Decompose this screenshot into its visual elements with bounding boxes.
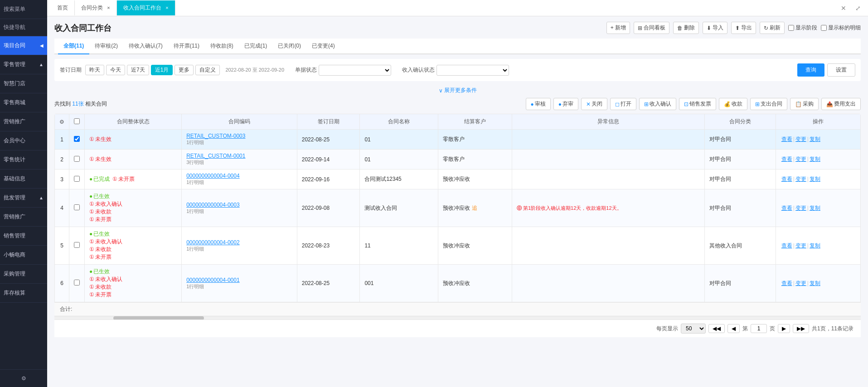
first-page-button[interactable]: ◀◀ [708,324,725,333]
sidebar-search[interactable]: 搜索菜单 [0,0,47,19]
subtab-collect[interactable]: 待收款(8) [205,39,239,54]
row-code[interactable]: 0000000000004-00041行明细 [182,169,297,189]
prev-page-button[interactable]: ◀ [727,324,740,333]
show-detail-checkbox[interactable]: 显示标的明细 [821,24,861,32]
horizontal-scrollbar[interactable] [54,316,861,319]
setting-button[interactable]: 设置 [827,63,855,77]
window-close-button[interactable]: ✕ [837,3,850,14]
row-code[interactable]: 0000000000004-00031行明细 [182,189,297,227]
sidebar-item-stats[interactable]: 零售统计 [0,150,47,169]
close-tab-contract-category[interactable]: × [107,5,110,10]
edit-link[interactable]: 变更 [795,176,806,182]
select-all-checkbox[interactable] [74,118,80,124]
row-checkbox[interactable] [69,150,85,169]
row-code[interactable]: 0000000000004-00011行明细 [182,265,297,302]
row-operations[interactable]: 查看|变更|复制 [776,227,860,265]
copy-link[interactable]: 复制 [810,242,820,249]
sidebar-settings[interactable]: ⚙ [0,369,47,387]
filter-yesterday[interactable]: 昨天 [85,65,104,75]
subtab-invoice[interactable]: 待开票(11) [168,39,205,54]
expand-button[interactable]: ∨ 展开更多条件 [435,85,480,96]
subtab-all[interactable]: 全部(11) [58,39,89,54]
sales-invoice-button[interactable]: ⊡ 销售发票 [679,98,716,110]
doc-status-select[interactable] [319,65,391,76]
income-confirm-button[interactable]: ⊞ 收入确认 [639,98,676,110]
import-button[interactable]: ⬇ 导入 [703,22,727,34]
expense-contract-button[interactable]: ⊞ 支出合同 [750,98,787,110]
view-link[interactable]: 查看 [781,136,792,142]
edit-link[interactable]: 变更 [795,136,806,142]
sidebar-quick-nav[interactable]: 快捷导航 [0,19,47,36]
subtab-changed[interactable]: 已变更(4) [306,39,340,54]
row-operations[interactable]: 查看|变更|复制 [776,150,860,169]
refresh-button[interactable]: ↻ 刷新 [760,22,785,34]
view-link[interactable]: 查看 [781,280,792,286]
page-input[interactable] [751,324,767,333]
sidebar-item-project[interactable]: 项目合同 ◀ [0,36,47,55]
edit-link[interactable]: 变更 [795,205,806,211]
sidebar-item-stock[interactable]: 库存核算 [0,284,47,303]
sidebar-item-ecom[interactable]: 小畅电商 [0,246,47,265]
copy-link[interactable]: 复制 [810,205,820,211]
row-checkbox[interactable] [69,169,85,189]
export-button[interactable]: ⬆ 导出 [731,22,756,34]
expense-out-button[interactable]: 📤 费用支出 [821,98,861,110]
sidebar-item-wholesale[interactable]: 批发管理 ▲ [0,189,47,208]
filter-more[interactable]: 更多 [175,65,194,75]
last-page-button[interactable]: ▶▶ [793,324,809,333]
row-code[interactable]: RETAIL_CUSTOM-00031行明细 [182,130,297,150]
copy-link[interactable]: 复制 [810,156,820,162]
sidebar-item-member[interactable]: 会员中心 [0,131,47,150]
sidebar-item-base[interactable]: 基础信息 [0,169,47,189]
collect-button[interactable]: 💰 收款 [719,98,747,110]
copy-link[interactable]: 复制 [810,176,820,182]
tab-contract-category[interactable]: 合同分类 × [75,0,117,15]
filter-month[interactable]: 近1月 [151,65,173,75]
tab-home[interactable]: 首页 [51,0,75,15]
row-operations[interactable]: 查看|变更|复制 [776,169,860,189]
col-checkbox[interactable] [69,114,85,130]
purchase-button[interactable]: 📋 采购 [790,98,819,110]
copy-link[interactable]: 复制 [810,280,820,286]
show-stage-checkbox[interactable]: 显示阶段 [788,24,817,32]
filter-today[interactable]: 今天 [106,65,125,75]
sidebar-item-retail[interactable]: 零售管理 ▲ [0,55,47,74]
view-link[interactable]: 查看 [781,205,792,211]
view-link[interactable]: 查看 [781,156,792,162]
close-tab-income-contract[interactable]: × [165,5,168,10]
abandon-button[interactable]: ● 弃审 [553,98,578,110]
row-checkbox[interactable] [69,227,85,265]
row-operations[interactable]: 查看|变更|复制 [776,130,860,150]
filter-week[interactable]: 近7天 [127,65,149,75]
sidebar-item-mkt2[interactable]: 营销推广 [0,208,47,227]
new-button[interactable]: + 新增 [606,22,630,34]
audit-button[interactable]: ● 审核 [526,98,551,110]
edit-link[interactable]: 变更 [795,242,806,249]
subtab-confirm[interactable]: 待收入确认(7) [123,39,168,54]
open-button[interactable]: ◻ 打开 [610,98,636,110]
delete-button[interactable]: 🗑 删除 [673,22,699,34]
next-page-button[interactable]: ▶ [778,324,790,333]
sidebar-item-sales[interactable]: 销售管理 [0,227,47,246]
sidebar-item-purchase[interactable]: 采购管理 [0,265,47,284]
view-link[interactable]: 查看 [781,242,792,249]
sidebar-item-smart[interactable]: 智慧门店 [0,74,47,93]
copy-link[interactable]: 复制 [810,136,820,142]
row-code[interactable]: 0000000000004-00021行明细 [182,227,297,265]
row-operations[interactable]: 查看|变更|复制 [776,265,860,302]
row-checkbox[interactable] [69,130,85,150]
close-contract-button[interactable]: ✕ 关闭 [581,98,607,110]
page-size-select[interactable]: 50 10 20 100 [681,324,706,334]
edit-link[interactable]: 变更 [795,280,806,286]
filter-custom[interactable]: 自定义 [195,65,220,75]
row-checkbox[interactable] [69,265,85,302]
query-button[interactable]: 查询 [797,63,824,77]
row-checkbox[interactable] [69,189,85,227]
sidebar-item-marketing[interactable]: 营销推广 [0,112,47,131]
row-operations[interactable]: 查看|变更|复制 [776,189,860,227]
window-maximize-button[interactable]: ⤢ [852,3,864,14]
view-link[interactable]: 查看 [781,176,792,182]
sidebar-item-mall[interactable]: 零售商城 [0,93,47,112]
subtab-closed[interactable]: 已关闭(0) [272,39,306,54]
col-settings[interactable]: ⚙ [55,114,69,130]
